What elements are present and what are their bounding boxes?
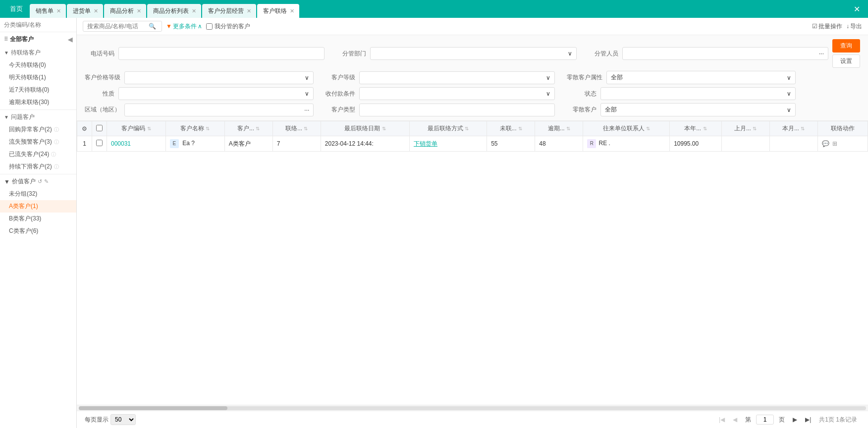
col-this-month[interactable]: 本月... ⇅ xyxy=(769,121,817,136)
info-icon-2: ⓘ xyxy=(54,139,59,146)
col-last-date[interactable]: 最后联络日期 ⇅ xyxy=(321,121,409,136)
last-page-btn[interactable]: ▶| xyxy=(802,415,814,424)
sidebar-item-c-class[interactable]: C类客户(6) xyxy=(0,225,76,237)
sort-icon-lm: ⇅ xyxy=(753,126,757,131)
select-all-checkbox[interactable] xyxy=(96,125,103,131)
tab-customer-contact[interactable]: 客户联络 ✕ xyxy=(257,4,299,18)
sidebar-group-problem[interactable]: ▼ 问题客户 xyxy=(0,111,76,123)
export-button[interactable]: ↓ 导出 xyxy=(846,22,862,31)
row-check[interactable] xyxy=(92,136,107,152)
manager-select[interactable]: ··· xyxy=(622,47,828,60)
filter-more-btn[interactable]: ▼ 更多条件 ∧ xyxy=(166,22,202,31)
tab-analysis-list-close[interactable]: ✕ xyxy=(192,8,196,14)
col-contact[interactable]: 联络... ⇅ xyxy=(272,121,321,136)
col-last-month[interactable]: 上月... ⇅ xyxy=(721,121,769,136)
sidebar-item-ungraded[interactable]: 未分组(32) xyxy=(0,188,76,200)
row-last-method[interactable]: 下销货单 xyxy=(409,136,487,152)
tab-analysis-list[interactable]: 商品分析列表 ✕ xyxy=(147,4,201,18)
sidebar-group-value[interactable]: ▼ 价值客户 ↺ ✎ xyxy=(0,175,76,188)
retail-attr-select[interactable]: 全部 ∨ xyxy=(606,71,796,84)
sidebar-item-churned[interactable]: 已流失客户(24) ⓘ xyxy=(0,148,76,160)
col-code[interactable]: 客户编码 ⇅ xyxy=(107,121,166,136)
page-size-select[interactable]: 50 100 200 xyxy=(110,414,136,425)
nature-label: 性质 xyxy=(85,90,114,98)
sidebar-item-b-class[interactable]: B类客户(33) xyxy=(0,213,76,225)
status-select[interactable]: ∨ xyxy=(600,87,796,100)
sidebar-item-declining[interactable]: 持续下滑客户(2) ⓘ xyxy=(0,160,76,173)
tab-sales-close[interactable]: ✕ xyxy=(56,8,61,14)
col-gear[interactable]: ⚙ xyxy=(77,121,92,136)
edit-icon[interactable]: ✎ xyxy=(44,178,49,185)
col-year[interactable]: 本年... ⇅ xyxy=(670,121,721,136)
topbar-close-btn[interactable]: ✕ xyxy=(850,4,864,14)
prev-page-btn[interactable]: ◀ xyxy=(730,415,740,424)
row-action: 💬 ⊞ xyxy=(817,136,868,152)
tab-customer-seg-close[interactable]: ✕ xyxy=(247,8,251,14)
row-checkbox[interactable] xyxy=(96,140,103,146)
price-level-select[interactable]: ∨ xyxy=(124,71,314,84)
setting-button[interactable]: 设置 xyxy=(832,54,860,68)
filter-status: 状态 ∨ xyxy=(567,87,796,100)
region-label: 区域（地区） xyxy=(85,106,120,114)
sidebar-group-pending[interactable]: ▼ 待联络客户 xyxy=(0,47,76,59)
tab-analysis-close[interactable]: ✕ xyxy=(137,8,141,14)
sidebar-item-7days[interactable]: 近7天待联络(0) xyxy=(0,84,76,96)
tab-sales[interactable]: 销售单 ✕ xyxy=(30,4,66,18)
col-overdue[interactable]: 逾期... ⇅ xyxy=(535,121,583,136)
filter-search-input[interactable] xyxy=(87,23,147,30)
sidebar-item-a-class[interactable]: A类客户(1) xyxy=(0,200,76,213)
my-customers-checkbox[interactable]: 我分管的客户 xyxy=(206,22,250,31)
col-type[interactable]: 客户... ⇅ xyxy=(224,121,272,136)
last-method-link[interactable]: 下销货单 xyxy=(414,140,437,147)
retail-customer-select[interactable]: 全部 ∨ xyxy=(600,103,796,116)
sidebar-item-overdue[interactable]: 逾期未联络(30) xyxy=(0,96,76,108)
page-number-input[interactable] xyxy=(756,415,774,425)
tab-customer-contact-close[interactable]: ✕ xyxy=(290,8,294,14)
customer-type-input[interactable] xyxy=(359,104,554,116)
refresh-icon[interactable]: ↺ xyxy=(38,178,42,185)
first-page-btn[interactable]: |◀ xyxy=(716,415,728,424)
next-page-btn[interactable]: ▶ xyxy=(790,415,800,424)
arrow-icon: ▼ xyxy=(4,50,9,55)
row-code[interactable]: 000031 xyxy=(107,136,166,152)
dept-select[interactable]: ∨ xyxy=(370,47,576,60)
payment-select[interactable]: ∨ xyxy=(359,87,554,100)
scrollbar-thumb[interactable] xyxy=(79,406,227,410)
sidebar-all-customers[interactable]: ⠿ 全部客户 ◀ xyxy=(0,32,76,47)
batch-op-button[interactable]: ☑ 批量操作 xyxy=(812,22,842,31)
tab-purchase-close[interactable]: ✕ xyxy=(94,8,98,14)
horizontal-scrollbar[interactable] xyxy=(77,405,868,411)
table-header-row: ⚙ 客户编码 ⇅ 客户名称 ⇅ 客户... ⇅ 联络... ⇅ 最后联络日期 ⇅… xyxy=(77,121,868,136)
sidebar-item-churn-warning[interactable]: 流失预警客户(3) ⓘ xyxy=(0,136,76,148)
sort-icon-cp: ⇅ xyxy=(646,126,650,131)
sidebar-search-input[interactable] xyxy=(4,21,77,28)
tab-purchase[interactable]: 进货单 ✕ xyxy=(67,4,103,18)
col-no-contact[interactable]: 未联... ⇅ xyxy=(487,121,535,136)
region-select[interactable]: ··· xyxy=(124,104,314,116)
my-customers-check[interactable] xyxy=(206,23,213,30)
home-tab[interactable]: 首页 xyxy=(4,4,29,13)
filter-search-icon[interactable]: 🔍 xyxy=(149,23,156,30)
nature-select[interactable]: ∨ xyxy=(118,87,314,100)
col-last-method[interactable]: 最后联络方式 ⇅ xyxy=(409,121,487,136)
chat-icon[interactable]: 💬 xyxy=(822,140,829,147)
sidebar: 🔍 ⠿ 全部客户 ◀ ▼ 待联络客户 今天待联络(0) 明天待联络(1) 近7天… xyxy=(0,18,77,428)
sidebar-item-tomorrow[interactable]: 明天待联络(1) xyxy=(0,71,76,84)
filter-retail-attr: 零散客户属性 全部 ∨ xyxy=(567,71,796,84)
col-name[interactable]: 客户名称 ⇅ xyxy=(165,121,224,136)
col-contact-person[interactable]: 往来单位联系人 ⇅ xyxy=(583,121,670,136)
sidebar-collapse-btn[interactable]: ◀ xyxy=(68,36,72,43)
page-size-label: 每页显示 xyxy=(85,416,108,424)
tab-sales-label: 销售单 xyxy=(36,7,54,15)
row-this-month xyxy=(769,136,817,152)
tab-analysis-list-label: 商品分析列表 xyxy=(153,7,189,15)
phone-input[interactable] xyxy=(118,47,325,60)
tab-customer-seg[interactable]: 客户分层经营 ✕ xyxy=(202,4,256,18)
sidebar-item-repurchase-abnormal[interactable]: 回购异常客户(2) ⓘ xyxy=(0,123,76,136)
customer-level-select[interactable]: ∨ xyxy=(359,71,554,84)
grid-icon[interactable]: ⊞ xyxy=(832,140,837,147)
sidebar-item-today[interactable]: 今天待联络(0) xyxy=(0,59,76,71)
query-button[interactable]: 查询 xyxy=(832,39,860,53)
tab-analysis[interactable]: 商品分析 ✕ xyxy=(104,4,146,18)
scrollbar-track[interactable] xyxy=(79,406,866,410)
